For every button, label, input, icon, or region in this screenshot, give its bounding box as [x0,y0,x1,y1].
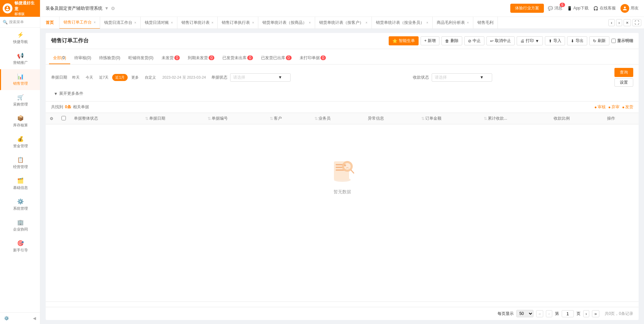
tab-close-icon[interactable]: × [171,21,173,25]
page-size-select[interactable]: 50 100 200 [516,310,533,317]
date-btn-today[interactable]: 今天 [83,74,95,81]
settings-gear-icon[interactable]: ⚙ [111,6,115,11]
sidebar-search[interactable]: 🔍 搜索菜单 [0,17,40,28]
date-btn-1month[interactable]: 近1月 [112,74,128,81]
collapse-icon[interactable]: ◀ [33,316,36,321]
tab-close-icon[interactable]: × [366,21,368,25]
filter-tab-shipped-not-out[interactable]: 已发货未出库0 [218,52,257,64]
app-download-action[interactable]: 📱 App下载 [567,5,589,11]
tab-gross-margin[interactable]: 商品毛利分析表 × [433,17,473,29]
export-button[interactable]: ⬇ 导出 [567,36,587,45]
dropdown-icon[interactable]: ▼ [104,6,109,11]
tab-sales-workbench[interactable]: 销售订单工作台 × [59,17,100,29]
tab-close-icon[interactable]: × [309,21,311,25]
ship-action[interactable]: ● 发货 [622,104,633,110]
smart-generate-button[interactable]: ⭐ 智能生单 [389,36,419,45]
tab-sales-profit[interactable]: 销售毛利 [473,17,498,29]
date-btn-custom[interactable]: 自定义 [142,74,158,81]
tab-home[interactable]: 首页 [40,17,59,29]
tab-close-icon[interactable]: × [252,21,254,25]
th-settings[interactable]: ⚙ [46,113,57,124]
delete-button[interactable]: 🗑 删除 [441,36,462,45]
setting-button[interactable]: 设置 [614,78,633,87]
tab-cash-reconcile[interactable]: 钱货日清对账 × [141,17,177,29]
tab-sales-summary-staff[interactable]: 销货单统计表（按业务员） × [372,17,433,29]
status-select[interactable]: 请选择 ▼ [230,73,291,82]
filter-tab-not-printed[interactable]: 未打印单据0 [296,52,330,64]
import-button[interactable]: ⬆ 导入 [545,36,565,45]
th-customer[interactable]: ⇅ 客户 [266,113,310,124]
tab-close-icon[interactable]: × [134,21,136,25]
stop-button[interactable]: ⊘ 中止 [464,36,484,45]
th-checkbox[interactable] [57,113,70,124]
date-btn-yesterday[interactable]: 昨天 [70,74,82,81]
filter-tab-shipped-out[interactable]: 已发货已出库0 [257,52,296,64]
th-amount[interactable]: ⇅ 订单金额 [417,113,480,124]
date-btn-7days[interactable]: 近7天 [97,74,111,81]
sidebar-item-finance[interactable]: 💰 资金管理 [0,132,40,153]
filter-tab-pending-review[interactable]: 待审核(0) [70,52,95,64]
sidebar-item-system[interactable]: ⚙️ 系统管理 [0,194,40,215]
print-button[interactable]: 🖨 打印 ▼ [517,36,543,45]
cancel-stop-button[interactable]: ↩ 取消中止 [486,36,515,45]
tab-close-icon[interactable]: × [467,21,469,25]
show-detail-checkbox[interactable] [611,39,616,43]
last-page-button[interactable]: » [592,310,599,317]
tab-fullscreen-button[interactable]: ⛶ [632,19,641,26]
filter-tab-overdue[interactable]: 到期未发货0 [184,52,218,64]
sidebar-item-enterprise[interactable]: 🏢 企业协同 [0,215,40,236]
settings-icon[interactable]: ⚙️ [4,316,9,321]
sidebar-item-operations[interactable]: 📋 经营管理 [0,153,40,173]
payment-select[interactable]: 请选择 ▼ [432,73,492,82]
table-settings-icon[interactable]: ⚙ [50,116,53,121]
sidebar-item-quick-nav[interactable]: ⚡ 快捷导航 [0,28,40,48]
tab-close-all-button[interactable]: × [624,19,631,26]
tab-cash-daily[interactable]: 钱货日清工作台 × [100,17,141,29]
select-all-checkbox[interactable] [61,116,66,120]
tab-prev-button[interactable]: ‹ [608,19,614,26]
sidebar-item-base-info[interactable]: 🗂️ 基础信息 [0,173,40,194]
sidebar-item-sales[interactable]: 📊 销售管理 [0,69,40,90]
tab-next-button[interactable]: › [616,19,622,26]
tab-close-icon[interactable]: × [212,21,214,25]
next-page-button[interactable]: › [583,310,589,317]
th-staff[interactable]: ⇅ 业务员 [310,113,364,124]
th-collected[interactable]: ⇅ 累计收款... [480,113,550,124]
svg-point-8 [344,164,346,166]
user-action[interactable]: 用友 [620,4,639,13]
solution-button[interactable]: 体验行业方案 [510,4,544,13]
date-btn-more[interactable]: 更多 [129,74,141,81]
horizontal-scrollbar[interactable] [46,301,639,307]
message-icon: 💬 [548,6,553,11]
tab-close-icon[interactable]: × [94,21,96,24]
review-action[interactable]: ● 审核 [594,104,605,110]
query-button[interactable]: 查询 [614,68,633,77]
th-abnormal[interactable]: 异常信息 [364,113,417,124]
tab-sales-summary-product[interactable]: 销货单统计表（按商品） × [258,17,315,29]
page-number-input[interactable] [562,310,574,317]
refresh-button[interactable]: ↻ 刷新 [589,36,609,45]
sidebar-item-new-guide[interactable]: 🎯 新手引导 [0,236,40,257]
expand-conditions-button[interactable]: ▼ 展开更多条件 [51,89,633,98]
filter-tab-not-shipped[interactable]: 未发货0 [158,52,184,64]
prev-page-button[interactable]: ‹ [546,310,552,317]
sidebar-item-inventory[interactable]: 📦 库存核算 [0,111,40,132]
first-page-button[interactable]: « [536,310,543,317]
th-doc-no[interactable]: ⇅ 单据编号 [204,113,266,124]
sidebar-item-purchase[interactable]: 🛒 采购管理 [0,90,40,111]
filter-tab-all[interactable]: 全部(0) [49,52,70,64]
cancel-review-action[interactable]: ● 弃审 [608,104,619,110]
online-service-action[interactable]: 🎧 在线客服 [593,5,616,11]
th-doc-date[interactable]: ⇅ 单据日期 [141,113,204,124]
tab-sales-summary-customer[interactable]: 销货单统计表（按客户） × [315,17,372,29]
tab-sales-stats[interactable]: 销售订单统计表 × [177,17,218,29]
filter-tab-wangpu[interactable]: 旺铺待发货(0) [124,52,158,64]
add-button[interactable]: + 新增 [421,36,439,45]
tab-close-icon[interactable]: × [426,21,428,25]
show-detail-checkbox-label[interactable]: 显示明细 [611,38,633,44]
sidebar-item-marketing[interactable]: 📢 营销推广 [0,48,40,69]
tab-sales-exec[interactable]: 销售订单执行表 × [218,17,258,29]
message-action[interactable]: 💬 消息 6 [548,5,562,11]
filter-tab-pending-inspect[interactable]: 待拣验货(0) [95,52,124,64]
th-doc-status[interactable]: 单据整体状态 [70,113,141,124]
